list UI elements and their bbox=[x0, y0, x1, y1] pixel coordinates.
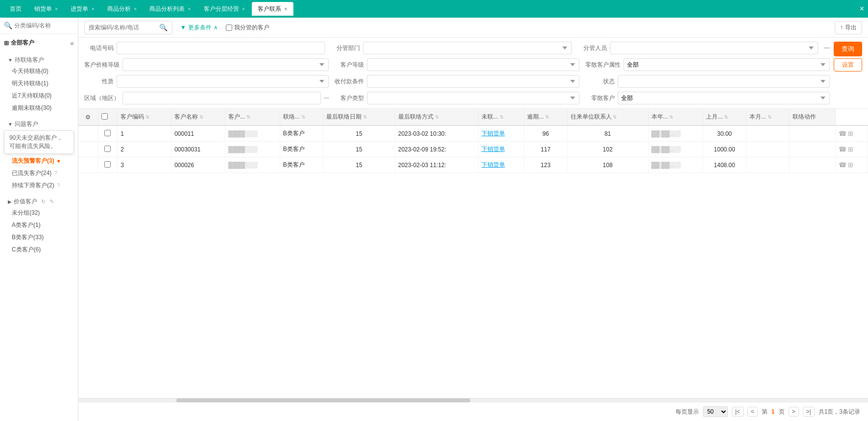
sidebar-item-overdue-contact[interactable]: 逾期未联络(30) bbox=[0, 102, 78, 114]
tab-customer-contact-close[interactable]: × bbox=[284, 6, 287, 12]
th-action: 联络动作 bbox=[790, 109, 835, 125]
my-customer-filter[interactable]: 我分管的客户 bbox=[226, 24, 269, 32]
more-filter-button[interactable]: ▼ 更多条件 ∧ bbox=[176, 22, 222, 34]
filter-person-select[interactable] bbox=[610, 42, 818, 54]
tab-goods-list-close[interactable]: × bbox=[188, 6, 191, 12]
select-all-checkbox[interactable] bbox=[101, 113, 108, 120]
filter-retail-cust-select[interactable]: 全部 bbox=[618, 92, 830, 104]
th-type[interactable]: 客户... ⇅ bbox=[225, 109, 280, 125]
refresh-icon[interactable]: ↻ bbox=[41, 198, 46, 205]
export-button[interactable]: ↑ 导出 bbox=[835, 21, 862, 34]
sidebar-item-a-class[interactable]: A类客户(1) bbox=[0, 219, 78, 231]
sidebar-item-7days[interactable]: 近7天待联络(0) bbox=[0, 90, 78, 102]
sidebar-item-tomorrow[interactable]: 明天待联络(1) bbox=[0, 77, 78, 90]
th-this-year[interactable]: 本年... ⇅ bbox=[648, 109, 703, 125]
filter-customer-type: 客户类型 bbox=[335, 92, 579, 104]
query-button[interactable]: 查询 bbox=[834, 42, 862, 56]
sidebar-search-area: 🔍 bbox=[0, 18, 78, 34]
filter-phone-input[interactable] bbox=[117, 42, 325, 54]
sidebar-pending-header[interactable]: ▼ 待联络客户 bbox=[0, 54, 78, 65]
filter-nature-select[interactable] bbox=[117, 75, 329, 88]
filter-ctype-select[interactable] bbox=[367, 92, 579, 104]
contact-icon[interactable]: ☎ bbox=[839, 130, 846, 137]
th-code[interactable]: 客户编码 ⇅ bbox=[118, 109, 171, 125]
tab-sales[interactable]: 销货单 × bbox=[28, 2, 64, 16]
tab-goods-analysis-close[interactable]: × bbox=[134, 6, 137, 12]
row-checkbox[interactable] bbox=[104, 146, 111, 152]
search-input[interactable] bbox=[89, 24, 157, 31]
current-page: 1 bbox=[772, 408, 775, 415]
row-action[interactable]: ☎ ⊞ bbox=[835, 125, 868, 142]
filter-region-input[interactable] bbox=[122, 92, 321, 104]
th-last-method[interactable]: 最后联络方式 ⇅ bbox=[395, 109, 478, 125]
tab-customer-tier[interactable]: 客户分层经营 × bbox=[198, 2, 251, 16]
global-close-icon[interactable]: × bbox=[860, 4, 864, 13]
edit-icon[interactable]: ✎ bbox=[49, 198, 54, 205]
th-last-date[interactable]: 最后联络日期 ⇅ bbox=[323, 109, 395, 125]
action-grid-icon[interactable]: ⊞ bbox=[848, 146, 853, 153]
th-contact[interactable]: 联络... ⇅ bbox=[280, 109, 323, 125]
last-page-btn[interactable]: >| bbox=[803, 407, 815, 417]
action-grid-icon[interactable]: ⊞ bbox=[848, 130, 853, 137]
sidebar-item-declining[interactable]: 持续下滑客户(2) ? bbox=[0, 179, 78, 192]
tab-home[interactable]: 首页 bbox=[4, 2, 27, 16]
first-page-btn[interactable]: |< bbox=[732, 407, 744, 417]
th-contact-person[interactable]: 往来单位联系人 ⇅ bbox=[567, 109, 648, 125]
contact-icon[interactable]: ☎ bbox=[839, 161, 846, 169]
sidebar-item-churned[interactable]: 已流失客户(24) ? bbox=[0, 167, 78, 179]
th-un-contact[interactable]: 未联... ⇅ bbox=[478, 109, 524, 125]
sidebar-item-ungroup[interactable]: 未分组(32) bbox=[0, 207, 78, 219]
next-page-btn[interactable]: > bbox=[789, 407, 799, 417]
search-icon[interactable]: 🔍 bbox=[159, 24, 168, 31]
tab-sales-close[interactable]: × bbox=[55, 6, 58, 12]
action-grid-icon[interactable]: ⊞ bbox=[848, 161, 853, 169]
row-method[interactable]: 下销货单 bbox=[478, 142, 524, 157]
sidebar-item-b-class[interactable]: B类客户(33) bbox=[0, 231, 78, 244]
filter-more-dots[interactable]: ··· bbox=[824, 44, 830, 52]
sidebar-value-header[interactable]: ▶ 价值客户 ↻ ✎ bbox=[0, 196, 78, 207]
sidebar-collapse-icon[interactable]: « bbox=[70, 39, 74, 47]
contact-icon[interactable]: ☎ bbox=[839, 146, 846, 153]
filter-payment-select[interactable] bbox=[367, 75, 579, 88]
row-checkbox[interactable] bbox=[104, 161, 111, 168]
filter-price-select[interactable] bbox=[122, 58, 329, 71]
th-overdue[interactable]: 逾期... ⇅ bbox=[524, 109, 567, 125]
sidebar-problem-header[interactable]: ▼ 问题客户 bbox=[0, 118, 78, 129]
filter-dept-select[interactable] bbox=[363, 42, 571, 54]
row-checkbox-cell[interactable] bbox=[98, 125, 118, 142]
row-checkbox-cell[interactable] bbox=[98, 142, 118, 157]
filter-region-dots[interactable]: ··· bbox=[324, 95, 329, 101]
tab-customer-tier-close[interactable]: × bbox=[242, 6, 245, 12]
sidebar-root-label: 全部客户 bbox=[11, 39, 34, 47]
tab-purchase[interactable]: 进货单 × bbox=[65, 2, 100, 16]
table-checkbox-header[interactable] bbox=[98, 109, 118, 125]
tab-customer-contact[interactable]: 客户联系 × bbox=[252, 2, 293, 16]
prev-page-btn[interactable]: < bbox=[747, 407, 758, 417]
setting-button[interactable]: 设置 bbox=[834, 58, 862, 72]
sidebar-item-churn-warning[interactable]: 流失预警客户(3) ● bbox=[0, 155, 78, 167]
filter-retail-select[interactable]: 全部 bbox=[624, 58, 830, 71]
table-gear-header[interactable]: ⚙ bbox=[78, 109, 98, 125]
row-method[interactable]: 下销货单 bbox=[478, 157, 524, 173]
th-last-month[interactable]: 上月... ⇅ bbox=[703, 109, 746, 125]
th-this-month[interactable]: 本月... ⇅ bbox=[746, 109, 789, 125]
sidebar-item-today[interactable]: 今天待联络(0) bbox=[0, 65, 78, 77]
th-name[interactable]: 客户名称 ⇅ bbox=[171, 109, 225, 125]
row-action[interactable]: ☎ ⊞ bbox=[835, 157, 868, 173]
tab-goods-list[interactable]: 商品分析列表 × bbox=[144, 2, 196, 16]
my-customer-checkbox[interactable] bbox=[226, 25, 232, 31]
filter-level-select[interactable] bbox=[367, 58, 579, 71]
row-action[interactable]: ☎ ⊞ bbox=[835, 142, 868, 157]
sidebar-item-c-class[interactable]: C类客户(6) bbox=[0, 244, 78, 256]
sidebar-root-header[interactable]: ⊞ 全部客户 « bbox=[0, 36, 78, 50]
scrollbar-thumb[interactable] bbox=[176, 398, 470, 402]
sidebar-search-input[interactable] bbox=[14, 22, 78, 29]
row-checkbox-cell[interactable] bbox=[98, 157, 118, 173]
tab-purchase-close[interactable]: × bbox=[91, 6, 94, 12]
filter-status-select[interactable] bbox=[618, 75, 830, 88]
page-size-select[interactable]: 50 100 bbox=[703, 406, 728, 417]
tab-goods-analysis[interactable]: 商品分析 × bbox=[101, 2, 143, 16]
horizontal-scrollbar[interactable] bbox=[78, 398, 868, 402]
row-method[interactable]: 下销货单 bbox=[478, 125, 524, 142]
row-checkbox[interactable] bbox=[104, 130, 111, 136]
